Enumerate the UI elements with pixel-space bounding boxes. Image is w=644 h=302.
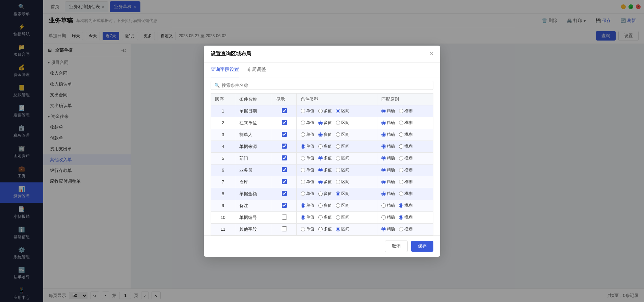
match-radio-label-10-0[interactable]: 精确 bbox=[381, 226, 395, 232]
match-radio-label-0-1[interactable]: 模糊 bbox=[399, 108, 412, 114]
match-radio-9-0[interactable] bbox=[381, 215, 386, 220]
type-radio-8-0[interactable] bbox=[301, 203, 305, 208]
type-radio-7-0[interactable] bbox=[301, 192, 305, 196]
type-radio-label-3-1[interactable]: 多值 bbox=[318, 144, 332, 149]
match-radio-4-1[interactable] bbox=[399, 156, 403, 160]
match-radio-7-0[interactable] bbox=[381, 192, 386, 196]
type-radio-label-6-2[interactable]: 区间 bbox=[336, 179, 349, 185]
type-radio-6-0[interactable] bbox=[301, 180, 305, 184]
match-radio-label-6-1[interactable]: 模糊 bbox=[399, 179, 412, 185]
match-radio-8-1[interactable] bbox=[399, 203, 403, 208]
match-radio-2-0[interactable] bbox=[381, 132, 386, 137]
match-radio-label-6-0[interactable]: 精确 bbox=[381, 179, 395, 185]
type-radio-6-2[interactable] bbox=[336, 180, 340, 184]
match-radio-label-2-0[interactable]: 精确 bbox=[381, 132, 395, 137]
match-radio-label-3-1[interactable]: 模糊 bbox=[399, 144, 412, 149]
match-radio-0-0[interactable] bbox=[381, 109, 386, 113]
type-radio-label-8-2[interactable]: 区间 bbox=[336, 203, 349, 208]
match-radio-10-1[interactable] bbox=[399, 227, 403, 231]
type-radio-label-4-1[interactable]: 多值 bbox=[318, 155, 332, 161]
show-checkbox-3[interactable] bbox=[282, 144, 287, 149]
type-radio-3-1[interactable] bbox=[318, 144, 323, 149]
match-radio-5-1[interactable] bbox=[399, 168, 403, 172]
cancel-button[interactable]: 取消 bbox=[385, 241, 408, 252]
type-radio-7-1[interactable] bbox=[318, 192, 323, 196]
match-radio-9-1[interactable] bbox=[399, 215, 403, 220]
type-radio-label-8-0[interactable]: 单值 bbox=[301, 203, 314, 208]
type-radio-0-2[interactable] bbox=[336, 109, 340, 113]
type-radio-2-2[interactable] bbox=[336, 132, 340, 137]
match-radio-1-0[interactable] bbox=[381, 121, 386, 125]
type-radio-3-2[interactable] bbox=[336, 144, 340, 149]
match-radio-label-5-0[interactable]: 精确 bbox=[381, 167, 395, 173]
match-radio-2-1[interactable] bbox=[399, 132, 403, 137]
type-radio-4-1[interactable] bbox=[318, 156, 323, 160]
match-radio-10-0[interactable] bbox=[381, 227, 386, 231]
match-radio-label-9-1[interactable]: 模糊 bbox=[399, 215, 412, 220]
type-radio-5-2[interactable] bbox=[336, 168, 340, 172]
type-radio-label-7-2[interactable]: 区间 bbox=[336, 191, 349, 197]
type-radio-10-0[interactable] bbox=[301, 227, 305, 231]
type-radio-10-1[interactable] bbox=[318, 227, 323, 231]
type-radio-label-6-0[interactable]: 单值 bbox=[301, 179, 314, 185]
type-radio-4-2[interactable] bbox=[336, 156, 340, 160]
type-radio-label-2-0[interactable]: 单值 bbox=[301, 132, 314, 137]
type-radio-label-10-0[interactable]: 单值 bbox=[301, 226, 314, 232]
type-radio-label-1-1[interactable]: 多值 bbox=[318, 120, 332, 126]
match-radio-label-5-1[interactable]: 模糊 bbox=[399, 167, 412, 173]
show-checkbox-0[interactable] bbox=[282, 108, 287, 113]
type-radio-5-1[interactable] bbox=[318, 168, 323, 172]
type-radio-label-8-1[interactable]: 多值 bbox=[318, 203, 332, 208]
match-radio-0-1[interactable] bbox=[399, 109, 403, 113]
type-radio-label-10-2[interactable]: 区间 bbox=[336, 226, 349, 232]
match-radio-3-1[interactable] bbox=[399, 144, 403, 149]
match-radio-label-8-1[interactable]: 模糊 bbox=[399, 203, 412, 208]
type-radio-2-1[interactable] bbox=[318, 132, 323, 137]
match-radio-label-10-1[interactable]: 模糊 bbox=[399, 226, 412, 232]
type-radio-1-2[interactable] bbox=[336, 121, 340, 125]
match-radio-6-0[interactable] bbox=[381, 180, 386, 184]
match-radio-label-3-0[interactable]: 精确 bbox=[381, 144, 395, 149]
type-radio-0-1[interactable] bbox=[318, 109, 323, 113]
modal-search-input[interactable] bbox=[222, 83, 430, 88]
type-radio-10-2[interactable] bbox=[336, 227, 340, 231]
type-radio-label-7-0[interactable]: 单值 bbox=[301, 191, 314, 197]
match-radio-label-4-1[interactable]: 模糊 bbox=[399, 155, 412, 161]
show-checkbox-7[interactable] bbox=[282, 191, 287, 196]
type-radio-9-0[interactable] bbox=[301, 215, 305, 220]
type-radio-label-1-2[interactable]: 区间 bbox=[336, 120, 349, 126]
type-radio-label-9-2[interactable]: 区间 bbox=[336, 215, 349, 220]
type-radio-6-1[interactable] bbox=[318, 180, 323, 184]
modal-tab-layout[interactable]: 布局调整 bbox=[247, 62, 266, 77]
type-radio-label-10-1[interactable]: 多值 bbox=[318, 226, 332, 232]
match-radio-6-1[interactable] bbox=[399, 180, 403, 184]
type-radio-0-0[interactable] bbox=[301, 109, 305, 113]
match-radio-3-0[interactable] bbox=[381, 144, 386, 149]
type-radio-label-6-1[interactable]: 多值 bbox=[318, 179, 332, 185]
type-radio-label-3-2[interactable]: 区间 bbox=[336, 144, 349, 149]
type-radio-label-1-0[interactable]: 单值 bbox=[301, 120, 314, 126]
show-checkbox-4[interactable] bbox=[282, 155, 287, 160]
match-radio-label-9-0[interactable]: 精确 bbox=[381, 215, 395, 220]
type-radio-label-9-1[interactable]: 多值 bbox=[318, 215, 332, 220]
match-radio-7-1[interactable] bbox=[399, 192, 403, 196]
type-radio-9-1[interactable] bbox=[318, 215, 323, 220]
type-radio-label-9-0[interactable]: 单值 bbox=[301, 215, 314, 220]
type-radio-2-0[interactable] bbox=[301, 132, 305, 137]
show-checkbox-6[interactable] bbox=[282, 179, 287, 184]
show-checkbox-9[interactable] bbox=[282, 215, 287, 220]
type-radio-4-0[interactable] bbox=[301, 156, 305, 160]
type-radio-label-5-2[interactable]: 区间 bbox=[336, 167, 349, 173]
type-radio-label-0-1[interactable]: 多值 bbox=[318, 108, 332, 114]
show-checkbox-1[interactable] bbox=[282, 120, 287, 125]
show-checkbox-10[interactable] bbox=[282, 226, 287, 231]
type-radio-label-0-2[interactable]: 区间 bbox=[336, 108, 349, 114]
type-radio-8-1[interactable] bbox=[318, 203, 323, 208]
show-checkbox-8[interactable] bbox=[282, 203, 287, 208]
match-radio-label-7-0[interactable]: 精确 bbox=[381, 191, 395, 197]
match-radio-label-2-1[interactable]: 模糊 bbox=[399, 132, 412, 137]
type-radio-label-5-1[interactable]: 多值 bbox=[318, 167, 332, 173]
type-radio-label-5-0[interactable]: 单值 bbox=[301, 167, 314, 173]
modal-close-btn[interactable]: × bbox=[430, 50, 433, 57]
type-radio-7-2[interactable] bbox=[336, 192, 340, 196]
